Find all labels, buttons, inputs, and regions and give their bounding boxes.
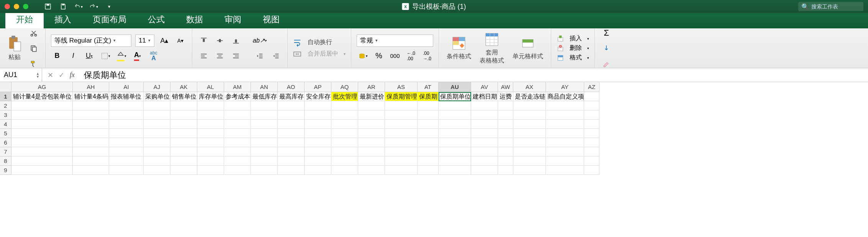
- cell-AV7[interactable]: [471, 147, 498, 156]
- cell-AV4[interactable]: [471, 120, 498, 129]
- cell-AJ2[interactable]: [144, 101, 170, 110]
- cell-AS3[interactable]: [385, 110, 418, 120]
- insert-cells-button[interactable]: 插入▾: [557, 35, 589, 43]
- cell-AJ5[interactable]: [144, 129, 170, 138]
- row-header-4[interactable]: 4: [0, 120, 11, 129]
- cell-AY9[interactable]: [546, 166, 584, 175]
- tab-review[interactable]: 审阅: [214, 11, 252, 28]
- cell-AU1[interactable]: 保质期单位: [439, 92, 471, 101]
- bold-button[interactable]: B: [51, 50, 63, 62]
- cell-area[interactable]: 辅计量4是否包装单位辅计量4条码报表辅单位采购单位销售单位库存单位参考成本最低库…: [11, 92, 599, 175]
- align-center-icon[interactable]: [214, 50, 226, 62]
- cell-AL2[interactable]: [197, 101, 224, 110]
- cell-AT1[interactable]: 保质期: [418, 92, 439, 101]
- cell-AG1[interactable]: 辅计量4是否包装单位: [11, 92, 73, 101]
- cut-icon[interactable]: [28, 27, 40, 39]
- cell-AJ7[interactable]: [144, 147, 170, 156]
- cell-AZ8[interactable]: [584, 156, 599, 166]
- align-middle-icon[interactable]: [214, 35, 226, 47]
- cell-AL3[interactable]: [197, 110, 224, 120]
- cell-AI6[interactable]: [109, 138, 144, 147]
- cell-AH6[interactable]: [73, 138, 109, 147]
- increase-decimal-icon[interactable]: ←.0.00: [405, 50, 417, 62]
- cell-AX3[interactable]: [513, 110, 546, 120]
- cell-AQ9[interactable]: [331, 166, 358, 175]
- maximize-window-button[interactable]: [23, 4, 28, 9]
- cell-AO2[interactable]: [278, 101, 305, 110]
- cell-AU7[interactable]: [439, 147, 471, 156]
- fill-color-button[interactable]: ▾: [115, 50, 128, 62]
- qat-customize-icon[interactable]: ▾: [105, 2, 113, 11]
- cell-AU9[interactable]: [439, 166, 471, 175]
- cell-AG5[interactable]: [11, 129, 73, 138]
- tab-view[interactable]: 视图: [252, 11, 290, 28]
- cell-AV5[interactable]: [471, 129, 498, 138]
- cell-AS4[interactable]: [385, 120, 418, 129]
- autosave-icon[interactable]: [44, 2, 52, 11]
- cell-AM5[interactable]: [224, 129, 251, 138]
- cell-AN6[interactable]: [251, 138, 278, 147]
- cell-AO7[interactable]: [278, 147, 305, 156]
- cell-AR4[interactable]: [358, 120, 385, 129]
- cell-AW7[interactable]: [498, 147, 513, 156]
- cell-AP5[interactable]: [305, 129, 331, 138]
- cell-AI8[interactable]: [109, 156, 144, 166]
- format-cells-button[interactable]: 格式▾: [557, 54, 589, 62]
- row-header-2[interactable]: 2: [0, 101, 11, 110]
- cell-AM2[interactable]: [224, 101, 251, 110]
- cell-AY6[interactable]: [546, 138, 584, 147]
- cell-AO1[interactable]: 最高库存: [278, 92, 305, 101]
- phonetic-button[interactable]: abcA: [147, 50, 160, 62]
- cell-AR3[interactable]: [358, 110, 385, 120]
- cell-AQ3[interactable]: [331, 110, 358, 120]
- cell-AT5[interactable]: [418, 129, 439, 138]
- cell-AX8[interactable]: [513, 156, 546, 166]
- cell-AH2[interactable]: [73, 101, 109, 110]
- column-header-AX[interactable]: AX: [513, 82, 546, 92]
- redo-icon[interactable]: ▾: [90, 2, 98, 11]
- cell-AW6[interactable]: [498, 138, 513, 147]
- row-header-1[interactable]: 1: [0, 92, 11, 101]
- cell-AQ2[interactable]: [331, 101, 358, 110]
- cell-AY4[interactable]: [546, 120, 584, 129]
- column-header-AU[interactable]: AU: [439, 82, 471, 92]
- column-header-AY[interactable]: AY: [546, 82, 584, 92]
- delete-cells-button[interactable]: 删除▾: [557, 44, 589, 52]
- cell-AJ9[interactable]: [144, 166, 170, 175]
- cell-AN5[interactable]: [251, 129, 278, 138]
- tab-page-layout[interactable]: 页面布局: [82, 11, 137, 28]
- align-bottom-icon[interactable]: [230, 35, 242, 47]
- cell-AW5[interactable]: [498, 129, 513, 138]
- cell-AS8[interactable]: [385, 156, 418, 166]
- border-button[interactable]: ▾: [99, 50, 111, 62]
- cell-AH5[interactable]: [73, 129, 109, 138]
- format-as-table-button[interactable]: 套用 表格格式: [477, 32, 506, 65]
- paste-button[interactable]: 粘贴: [5, 35, 24, 61]
- cell-AU6[interactable]: [439, 138, 471, 147]
- cell-AT8[interactable]: [418, 156, 439, 166]
- cell-AO4[interactable]: [278, 120, 305, 129]
- cell-AZ5[interactable]: [584, 129, 599, 138]
- cell-AQ8[interactable]: [331, 156, 358, 166]
- cell-AP6[interactable]: [305, 138, 331, 147]
- column-header-AI[interactable]: AI: [109, 82, 144, 92]
- cell-AL9[interactable]: [197, 166, 224, 175]
- cell-AO5[interactable]: [278, 129, 305, 138]
- cell-AT2[interactable]: [418, 101, 439, 110]
- currency-icon[interactable]: ▾: [357, 50, 369, 62]
- cell-AG8[interactable]: [11, 156, 73, 166]
- fill-icon[interactable]: [600, 42, 613, 54]
- minimize-window-button[interactable]: [14, 4, 19, 9]
- cell-AM4[interactable]: [224, 120, 251, 129]
- cell-AO8[interactable]: [278, 156, 305, 166]
- percent-icon[interactable]: %: [373, 50, 385, 62]
- cell-AT3[interactable]: [418, 110, 439, 120]
- copy-icon[interactable]: [28, 42, 40, 54]
- cell-AN3[interactable]: [251, 110, 278, 120]
- column-header-AJ[interactable]: AJ: [144, 82, 170, 92]
- cell-AX4[interactable]: [513, 120, 546, 129]
- cell-AR9[interactable]: [358, 166, 385, 175]
- name-box[interactable]: AU1 ▲▼: [0, 68, 42, 82]
- cell-AL8[interactable]: [197, 156, 224, 166]
- row-header-3[interactable]: 3: [0, 110, 11, 120]
